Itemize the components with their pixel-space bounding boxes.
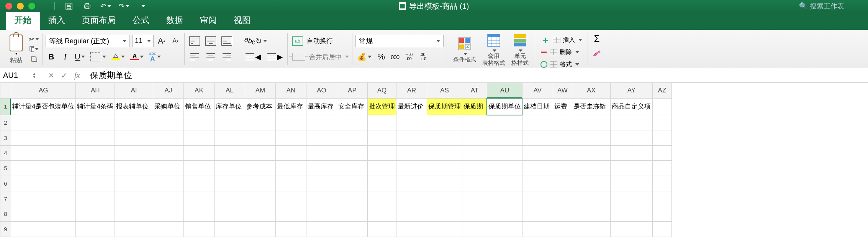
delete-cells-button[interactable]: −删除	[540, 47, 582, 58]
cell-AJ8[interactable]	[153, 206, 183, 222]
cell-AM3[interactable]	[245, 130, 275, 145]
cell-AZ7[interactable]	[652, 191, 671, 206]
col-header-AP[interactable]: AP	[337, 83, 367, 99]
cell-AL3[interactable]	[214, 130, 245, 145]
cell-AI7[interactable]	[115, 191, 153, 206]
cell-AJ3[interactable]	[153, 130, 183, 145]
conditional-format-button[interactable]: ≠ 条件格式	[450, 35, 479, 63]
cell-AS1[interactable]: 保质期管理	[427, 98, 462, 115]
cell-AT6[interactable]	[462, 176, 487, 191]
italic-button[interactable]: I	[59, 51, 71, 63]
cell-AJ4[interactable]	[153, 145, 183, 161]
cell-AQ1[interactable]: 批次管理	[367, 98, 396, 115]
cell-AR9[interactable]	[396, 222, 427, 237]
cell-AW2[interactable]	[553, 115, 572, 130]
cell-AR4[interactable]	[396, 145, 427, 161]
cell-AG3[interactable]	[11, 130, 76, 145]
cell-AW4[interactable]	[553, 145, 572, 161]
cell-AM2[interactable]	[245, 115, 275, 130]
cell-AT8[interactable]	[462, 206, 487, 222]
cell-AH6[interactable]	[76, 176, 115, 191]
cell-AI4[interactable]	[115, 145, 153, 161]
col-header-AO[interactable]: AO	[306, 83, 337, 99]
percent-button[interactable]: %	[375, 51, 387, 63]
cell-AK5[interactable]	[183, 161, 214, 176]
cell-AR7[interactable]	[396, 191, 427, 206]
cell-AI5[interactable]	[115, 161, 153, 176]
wrap-text-button[interactable]: ab	[291, 35, 305, 47]
orientation-button[interactable]: abc↻	[243, 35, 269, 47]
cell-AN4[interactable]	[275, 145, 306, 161]
cell-AS4[interactable]	[427, 145, 462, 161]
cell-AK9[interactable]	[183, 222, 214, 237]
cell-AQ7[interactable]	[367, 191, 396, 206]
cell-AM9[interactable]	[245, 222, 275, 237]
cell-AW1[interactable]: 运费	[553, 98, 572, 115]
cell-AR6[interactable]	[396, 176, 427, 191]
row-header-2[interactable]: 2	[0, 115, 11, 130]
cell-AT1[interactable]: 保质期	[462, 98, 487, 115]
cell-AZ1[interactable]	[652, 98, 671, 115]
cell-AO3[interactable]	[306, 130, 337, 145]
redo-icon[interactable]: ↷	[120, 2, 128, 10]
increase-decimal-button[interactable]: ←.0.00	[403, 51, 414, 63]
cell-AX4[interactable]	[572, 145, 610, 161]
align-center-button[interactable]	[204, 51, 218, 63]
row-header-3[interactable]: 3	[0, 130, 11, 145]
cell-AN6[interactable]	[275, 176, 306, 191]
cell-AP3[interactable]	[337, 130, 367, 145]
cell-AL9[interactable]	[214, 222, 245, 237]
cell-AT5[interactable]	[462, 161, 487, 176]
cell-AH8[interactable]	[76, 206, 115, 222]
cell-AR8[interactable]	[396, 206, 427, 222]
cell-AY1[interactable]: 商品自定义项	[610, 98, 652, 115]
border-button[interactable]	[89, 51, 108, 63]
cell-AU7[interactable]	[487, 191, 522, 206]
row-header-9[interactable]: 9	[0, 222, 11, 237]
cell-AP9[interactable]	[337, 222, 367, 237]
cancel-edit-button[interactable]: ✕	[48, 71, 54, 80]
cell-AJ1[interactable]: 采购单位	[153, 98, 183, 115]
cell-AY9[interactable]	[610, 222, 652, 237]
sheet-search[interactable]: 🔍	[799, 2, 863, 10]
align-bottom-button[interactable]	[220, 35, 234, 47]
save-icon[interactable]	[65, 2, 73, 10]
cell-AS2[interactable]	[427, 115, 462, 130]
cell-AZ3[interactable]	[652, 130, 671, 145]
cell-AR5[interactable]	[396, 161, 427, 176]
cell-AU2[interactable]	[487, 115, 522, 130]
cell-AP7[interactable]	[337, 191, 367, 206]
cell-AM5[interactable]	[245, 161, 275, 176]
cell-AM4[interactable]	[245, 145, 275, 161]
cell-AL6[interactable]	[214, 176, 245, 191]
cell-AL1[interactable]: 库存单位	[214, 98, 245, 115]
cell-AL5[interactable]	[214, 161, 245, 176]
col-header-AS[interactable]: AS	[427, 83, 462, 99]
minimize-window-button[interactable]	[17, 3, 24, 10]
col-header-AX[interactable]: AX	[572, 83, 610, 99]
cell-AT7[interactable]	[462, 191, 487, 206]
cell-AV9[interactable]	[522, 222, 553, 237]
cell-AP8[interactable]	[337, 206, 367, 222]
merge-center-button[interactable]	[291, 51, 307, 63]
cell-AT2[interactable]	[462, 115, 487, 130]
cell-AY5[interactable]	[610, 161, 652, 176]
font-size-select[interactable]: 11	[132, 35, 154, 47]
cell-AN3[interactable]	[275, 130, 306, 145]
cell-AI2[interactable]	[115, 115, 153, 130]
cell-AJ9[interactable]	[153, 222, 183, 237]
decrease-indent-button[interactable]: ◀	[243, 51, 262, 63]
cell-AM1[interactable]: 参考成本	[245, 98, 275, 115]
cell-AK6[interactable]	[183, 176, 214, 191]
cell-AH9[interactable]	[76, 222, 115, 237]
cell-AV2[interactable]	[522, 115, 553, 130]
phonetic-button[interactable]: abcA	[147, 51, 162, 63]
cell-AR3[interactable]	[396, 130, 427, 145]
confirm-edit-button[interactable]: ✓	[61, 71, 67, 80]
cell-AK3[interactable]	[183, 130, 214, 145]
cell-styles-button[interactable]: 单元格样式	[508, 32, 532, 66]
row-header-8[interactable]: 8	[0, 206, 11, 222]
col-header-AT[interactable]: AT	[462, 83, 487, 99]
cell-AI8[interactable]	[115, 206, 153, 222]
cell-AK2[interactable]	[183, 115, 214, 130]
